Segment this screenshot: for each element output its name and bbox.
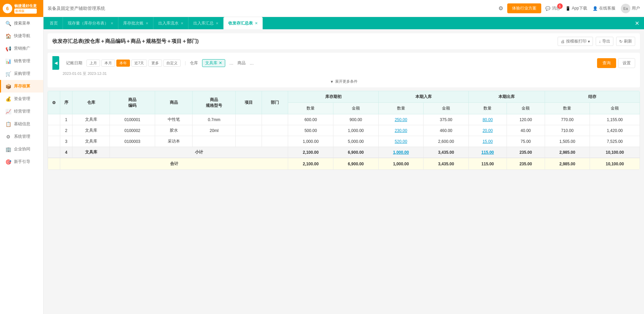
sidebar-item-label: 快捷导航 (14, 33, 30, 39)
row2-in-qty-link[interactable]: 230.00 (395, 128, 407, 133)
date-btn-this-year[interactable]: 本年 (116, 60, 130, 67)
subtotal-in-qty: 1,000.00 (378, 147, 424, 158)
date-btn-last-month[interactable]: 上月 (86, 60, 100, 67)
basic-icon: 📋 (5, 121, 11, 127)
tab-inout-flow[interactable]: 出入库流水 ✕ (153, 17, 188, 29)
sidebar-item-basic[interactable]: 📋 基础信息 (0, 118, 43, 130)
app-download-item[interactable]: 📱 App下载 (565, 5, 587, 11)
sidebar-item-search[interactable]: 🔍 搜索菜单 (0, 17, 43, 30)
sidebar-item-label: 采购管理 (14, 71, 30, 77)
tab-batch-close[interactable]: ✕ (146, 21, 148, 25)
tab-inout-summary-close[interactable]: ✕ (216, 21, 218, 25)
row2-out-amt: 40.00 (507, 125, 545, 136)
col-bal-header: 结存 (545, 91, 640, 103)
date-btn-7days[interactable]: 近7天 (131, 60, 147, 67)
sidebar-item-label: 经营管理 (14, 109, 30, 114)
subtotal-out-amt: 235.00 (507, 147, 545, 158)
row2-bal-qty: 710.00 (545, 125, 590, 136)
sidebar-item-operation[interactable]: 📈 经营管理 (0, 105, 43, 118)
query-btn[interactable]: 查询 (597, 58, 616, 68)
sidebar-item-quick-nav[interactable]: 🏠 快捷导航 (0, 30, 43, 42)
export-icon: ↓ (599, 39, 601, 44)
online-service-label: 在线客服 (599, 5, 615, 11)
table-row: 2 文具库 0100002 胶水 20ml 500.00 1,000.00 23… (48, 125, 640, 136)
settings-icon[interactable]: ⚙ (498, 5, 503, 12)
row3-bal-qty: 1,505.00 (545, 136, 590, 147)
online-service-item[interactable]: 👤 在线客服 (593, 5, 615, 11)
sidebar-item-purchase[interactable]: 🛒 采购管理 (0, 67, 43, 80)
row1-out-qty-link[interactable]: 80.00 (482, 117, 493, 122)
sidebar-nav: 🔍 搜索菜单 🏠 快捷导航 📢 营销推广 📊 销售管理 🛒 采购管理 📦 库存核… (0, 17, 43, 314)
finance-icon: 💰 (5, 96, 11, 102)
sidebar-item-guide[interactable]: 🎯 新手引导 (0, 155, 43, 168)
warehouse-tag-remove[interactable]: ✕ (219, 61, 222, 65)
subtotal-init-amt: 6,900.00 (333, 147, 379, 158)
row1-bal-amt: 1,155.00 (590, 114, 640, 125)
table-settings-icon[interactable]: ⚙ (52, 100, 56, 105)
sidebar-item-sales[interactable]: 📊 销售管理 (0, 55, 43, 67)
product-more-dots[interactable]: ... (250, 60, 254, 66)
row2-in-amt: 460.00 (424, 125, 469, 136)
settings-btn[interactable]: 设置 (618, 58, 635, 68)
row3-in-qty: 520.00 (378, 136, 424, 147)
row2-bal-amt: 1,420.00 (590, 125, 640, 136)
tab-receive-send-label: 收发存汇总表 (228, 20, 253, 26)
row3-no: 3 (60, 136, 72, 147)
tab-inout-flow-label: 出入库流水 (158, 20, 179, 26)
print-btn[interactable]: 🖨 按模板打印 ▾ (558, 37, 593, 46)
sidebar-item-marketing[interactable]: 📢 营销推广 (0, 42, 43, 55)
date-btns: 上月 本月 本年 近7天 更多 自定义 (86, 60, 181, 67)
warehouse-tag-text: 文具库 (205, 60, 217, 66)
tab-receive-send-close[interactable]: ✕ (255, 21, 258, 25)
sidebar-item-corp[interactable]: 🏢 企业协同 (0, 143, 43, 155)
tab-receive-send[interactable]: 收发存汇总表 ✕ (224, 17, 263, 29)
total-in-amt: 3,435.00 (424, 158, 469, 170)
total-out-qty: 115.00 (469, 158, 507, 170)
sidebar-item-system[interactable]: ⚙ 系统管理 (0, 130, 43, 143)
tab-stock-dist[interactable]: 现存量（库存分布表） ✕ (63, 17, 118, 29)
tab-inout-flow-close[interactable]: ✕ (181, 21, 183, 25)
refresh-btn[interactable]: ↻ 刷新 (616, 37, 635, 46)
sidebar-item-inventory[interactable]: 📦 库存核算 (0, 80, 43, 93)
tab-batch[interactable]: 库存批次账 ✕ (118, 17, 153, 29)
date-btn-more[interactable]: 更多 (148, 60, 162, 67)
tab-stock-dist-close[interactable]: ✕ (111, 21, 113, 25)
inventory-icon: 📦 (5, 84, 11, 89)
warehouse-more-dots[interactable]: ... (229, 60, 233, 66)
tab-home[interactable]: 首页 (45, 17, 63, 29)
col-bal-qty-header: 数量 (545, 103, 590, 114)
subtotal-out-qty: 115.00 (469, 147, 507, 158)
col-init-amt-header: 金额 (333, 103, 379, 114)
subtotal-bal-amt: 10,100.00 (590, 147, 640, 158)
row2-out-qty-link[interactable]: 20.00 (482, 128, 493, 133)
col-no-header: 序 (60, 91, 72, 114)
col-init-header: 库存期初 (288, 91, 378, 103)
print-btn-label: 按模板打印 (566, 38, 587, 44)
tab-inout-summary[interactable]: 出入库汇总 ✕ (188, 17, 224, 29)
message-item[interactable]: 💬 消息 6 (545, 5, 560, 11)
row2-product: 胶水 (155, 125, 193, 136)
page-content: 收发存汇总表(按仓库＋商品编码＋商品＋规格型号＋项目＋部门) 🖨 按模板打印 ▾… (44, 29, 644, 314)
expand-conditions-btn[interactable]: ▼ 展开更多条件 (330, 79, 358, 84)
date-btn-this-month[interactable]: 本月 (101, 60, 115, 67)
collapse-btn[interactable]: ◀ (52, 56, 59, 70)
row3-init-amt: 5,000.00 (333, 136, 379, 147)
date-btn-custom[interactable]: 自定义 (163, 60, 181, 67)
tabbar-close-icon[interactable]: ✕ (631, 20, 643, 27)
experience-btn[interactable]: 体验行业方案 (507, 3, 541, 13)
row1-in-qty-link[interactable]: 250.00 (395, 117, 407, 122)
topbar-right: 💬 消息 6 📱 App下载 👤 在线客服 Ea 用户 (545, 4, 640, 13)
page-header: 收发存汇总表(按仓库＋商品编码＋商品＋规格型号＋项目＋部门) 🖨 按模板打印 ▾… (48, 33, 640, 49)
export-btn[interactable]: ↓ 导出 (596, 37, 613, 46)
row3-in-qty-link[interactable]: 520.00 (395, 139, 407, 144)
col-in-amt-header: 金额 (424, 103, 469, 114)
row1-spec: 0.7mm (193, 114, 236, 125)
user-item[interactable]: Ea 用户 (621, 4, 640, 13)
row3-out-qty-link[interactable]: 15.00 (482, 139, 493, 144)
table-body: 1 文具库 0100001 中性笔 0.7mm 600.00 900.00 25… (48, 114, 640, 158)
table-header-row-1: ⚙ 序 仓库 商品编码 商品 商品规格型号 项目 部门 库存期初 本期入库 本期… (48, 91, 640, 103)
row1-in-amt: 375.00 (424, 114, 469, 125)
sidebar-item-label: 资金管理 (14, 96, 30, 102)
tab-batch-label: 库存批次账 (123, 20, 144, 26)
sidebar-item-finance[interactable]: 💰 资金管理 (0, 93, 43, 105)
